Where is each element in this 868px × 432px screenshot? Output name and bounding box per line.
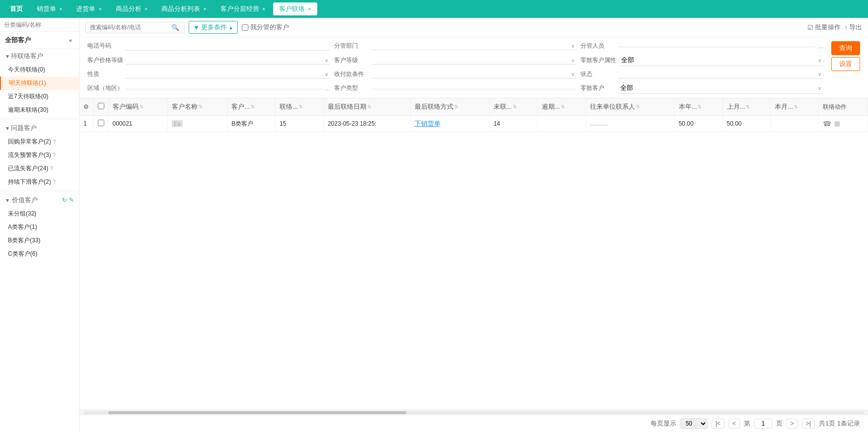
action-phone-icon[interactable]: ☎ [823, 120, 831, 128]
chevron-up-icon: ▲ [228, 25, 233, 30]
sidebar-section-problem[interactable]: ▼ 问题客户 [0, 121, 79, 135]
next-page-btn[interactable]: > [787, 419, 798, 429]
payment-select[interactable]: ∨ [372, 71, 577, 78]
sidebar-section-value[interactable]: ▼ 价值客户 ↻ ✎ [0, 193, 79, 207]
close-product-analysis-list-tab[interactable]: × [203, 6, 206, 12]
td-actions: ☎ ⊞ [819, 116, 868, 132]
retail-customer-chevron: ∨ [818, 85, 821, 91]
td-customer-name: Ea [168, 116, 227, 132]
more-conditions-btn[interactable]: ▼ 更多条件 ▲ [189, 21, 238, 34]
dept-select[interactable]: ∨ [372, 42, 577, 50]
sidebar-item-today[interactable]: 今天待联络(0) [0, 63, 79, 76]
th-contact-person[interactable]: 往来单位联系人⇅ [585, 98, 674, 116]
last-page-btn[interactable]: >| [802, 419, 815, 429]
th-contact-count[interactable]: 联络...⇅ [276, 98, 324, 116]
th-this-month[interactable]: 本月...⇅ [771, 98, 819, 116]
td-checkbox[interactable] [93, 116, 108, 132]
sidebar-item-tomorrow[interactable]: 明天待联络(1) [0, 76, 79, 90]
customer-type-select[interactable] [372, 87, 577, 89]
total-records: 共1页 1条记录 [819, 419, 860, 428]
th-uncontacted[interactable]: 未联...⇅ [489, 98, 537, 116]
sidebar-section-pending[interactable]: ▼ 待联络客户 [0, 49, 79, 63]
export-icon: ↑ [845, 24, 848, 31]
close-customer-tier-tab[interactable]: × [262, 6, 265, 12]
row-checkbox[interactable] [98, 120, 104, 126]
retail-customer-select[interactable]: 全部 ∨ [618, 82, 823, 94]
nav-product-analysis[interactable]: 商品分析 × [110, 2, 153, 15]
phone-input[interactable] [125, 41, 330, 51]
sidebar-item-type-a[interactable]: A类客户(1) [0, 220, 79, 234]
customer-level-select[interactable]: ∨ [372, 57, 577, 65]
sidebar-item-overdue[interactable]: 逾期未联络(30) [0, 103, 79, 117]
sidebar-item-ungrouped[interactable]: 未分组(32) [0, 207, 79, 220]
my-customers-check[interactable] [242, 24, 248, 31]
sidebar-all-customers[interactable]: 全部客户 « [0, 32, 79, 49]
search-main-icon[interactable]: 🔍 [171, 24, 179, 31]
prev-page-btn[interactable]: < [728, 419, 740, 429]
filter-row-1: 电话号码 分管部门 ∨ 分管人员 [87, 41, 823, 51]
nav-product-analysis-list[interactable]: 商品分析列表 × [155, 2, 212, 15]
nav-customer-contact[interactable]: 客户联络 × [273, 2, 317, 15]
filter-customer-type: 客户类型 [334, 84, 577, 92]
nav-sales[interactable]: 销货单 × [31, 2, 68, 15]
sidebar-search-input[interactable] [4, 21, 78, 28]
export-btn[interactable]: ↑ 导出 [845, 23, 863, 32]
close-product-analysis-tab[interactable]: × [145, 6, 147, 12]
refresh-icon[interactable]: ↻ [62, 197, 67, 204]
nav-customer-tier[interactable]: 客户分层经营 × [215, 2, 271, 15]
sidebar-item-churn-warning[interactable]: 流失预警客户(3) ? [0, 148, 79, 162]
person-select[interactable] [618, 45, 815, 47]
sidebar-item-repurchase-abnormal[interactable]: 回购异常客户(2) ? [0, 135, 79, 148]
status-select[interactable]: ∨ [618, 71, 823, 78]
th-overdue[interactable]: 逾期...⇅ [537, 98, 585, 116]
region-select[interactable] [126, 87, 322, 89]
scrollbar-thumb[interactable] [108, 411, 406, 414]
region-dots[interactable]: ... [325, 85, 330, 92]
close-purchase-tab[interactable]: × [98, 6, 101, 12]
th-gear[interactable]: ⚙ [79, 98, 93, 116]
page-number-input[interactable] [754, 419, 772, 429]
page-suffix: 页 [776, 419, 783, 428]
table-header-row: ⚙ 客户编码⇅ 客户名称⇅ 客户...⇅ [79, 98, 868, 116]
person-dots[interactable]: ... [818, 43, 823, 50]
batch-operation-btn[interactable]: ☑ 批量操作 [807, 23, 841, 32]
th-customer-type[interactable]: 客户...⇅ [227, 98, 276, 116]
th-customer-name[interactable]: 客户名称⇅ [168, 98, 227, 116]
price-level-select[interactable]: ∨ [126, 57, 330, 65]
page-size-select[interactable]: 50 10 20 100 [680, 418, 708, 429]
sidebar-item-type-c[interactable]: C类客户(6) [0, 247, 79, 261]
batch-icon: ☑ [807, 24, 813, 31]
close-customer-contact-tab[interactable]: × [308, 6, 311, 12]
sort-icon-code: ⇅ [140, 104, 144, 109]
th-last-month[interactable]: 上月...⇅ [723, 98, 771, 116]
sidebar-collapse-icon[interactable]: « [69, 37, 72, 43]
sidebar-item-type-b[interactable]: B类客户(33) [0, 234, 79, 247]
edit-icon[interactable]: ✎ [69, 197, 74, 204]
nature-select[interactable]: ∨ [125, 71, 330, 78]
sidebar-item-week7[interactable]: 近7天待联络(0) [0, 90, 79, 103]
th-this-year[interactable]: 本年...⇅ [674, 98, 723, 116]
settings-button[interactable]: 设置 [831, 57, 860, 71]
th-checkbox [93, 98, 108, 116]
query-button[interactable]: 查询 [831, 41, 860, 55]
my-customers-checkbox[interactable]: 我分管的客户 [242, 23, 289, 32]
action-grid-icon[interactable]: ⊞ [834, 120, 840, 128]
first-page-btn[interactable]: |< [712, 419, 724, 429]
nav-purchase[interactable]: 进货单 × [70, 2, 107, 15]
th-last-contact-method[interactable]: 最后联络方式⇅ [410, 98, 489, 116]
select-all-checkbox[interactable] [98, 103, 104, 109]
th-last-contact-date[interactable]: 最后联络日期⇅ [323, 98, 410, 116]
filter-region: 区域（地区） ... [87, 84, 330, 92]
th-customer-code[interactable]: 客户编码⇅ [108, 98, 168, 116]
retail-attr-select[interactable]: 全部 ∨ [619, 55, 823, 66]
sidebar-item-churned[interactable]: 已流失客户(24) ? [0, 162, 79, 175]
filter-retail-attr: 零散客户属性 全部 ∨ [580, 55, 823, 66]
sidebar-item-declining[interactable]: 持续下滑客户(2) ? [0, 175, 79, 189]
nav-home[interactable]: 首页 [4, 2, 29, 15]
td-last-contact-method[interactable]: 下销货单 [410, 116, 489, 132]
sort-icon-overdue: ⇅ [561, 104, 565, 109]
filter-right-btns: 查询 设置 [831, 41, 860, 94]
search-main-input[interactable] [90, 24, 169, 31]
arrow-icon-2: ▼ [5, 126, 10, 131]
close-sales-tab[interactable]: × [59, 6, 62, 12]
